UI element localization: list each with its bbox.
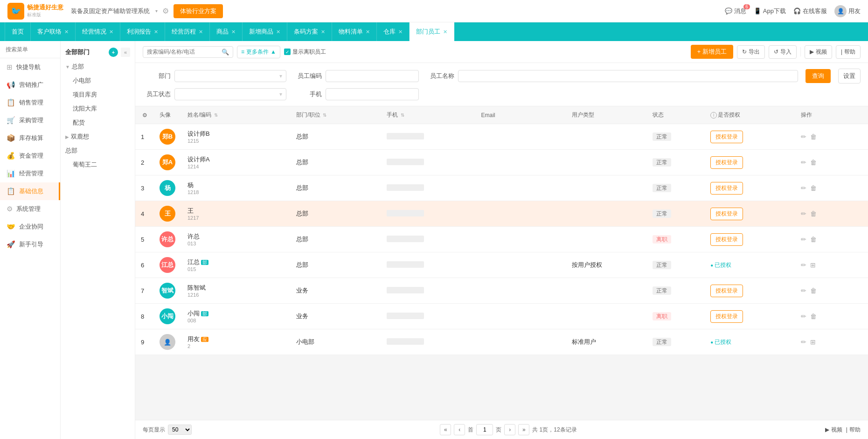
tab-profit[interactable]: 利润报告 ✕ [120, 22, 165, 41]
sidebar-item-operations[interactable]: 📊 经营管理 [0, 165, 60, 182]
info-icon[interactable]: i [710, 112, 717, 118]
tab-warehouse[interactable]: 仓库 ✕ [377, 22, 410, 41]
dept-item-shuanglu[interactable]: ▶ 双鹿想 [61, 130, 135, 144]
sidebar-item-guide[interactable]: 🚀 新手引导 [0, 236, 60, 253]
sidebar-item-purchase[interactable]: 🛒 采购管理 [0, 111, 60, 129]
delete-icon[interactable]: 🗑 [810, 210, 817, 217]
message-button[interactable]: 💬 消息 6 [725, 7, 746, 15]
dept-collapse-icon[interactable]: « [121, 48, 130, 57]
auth-button[interactable]: 授权登录 [710, 310, 743, 323]
settings-icon[interactable]: ⚙ [162, 7, 169, 15]
sidebar-item-inventory[interactable]: 📦 库存核算 [0, 129, 60, 147]
edit-icon[interactable]: ✏ [801, 313, 806, 320]
col-name[interactable]: 姓名/编码 ⇅ [182, 106, 291, 124]
close-icon[interactable]: ✕ [443, 29, 447, 35]
tab-employees[interactable]: 部门员工 ✕ [410, 22, 454, 41]
sidebar-item-marketing[interactable]: 📢 营销推广 [0, 76, 60, 94]
auth-button[interactable]: 授权登录 [710, 208, 743, 220]
auth-button[interactable]: 授权登录 [710, 233, 743, 246]
edit-icon[interactable]: ✏ [801, 133, 806, 140]
close-icon[interactable]: ✕ [199, 29, 203, 35]
app-download-button[interactable]: 📱 App下载 [754, 7, 786, 15]
close-icon[interactable]: ✕ [64, 29, 69, 35]
col-setting[interactable]: ⚙ [135, 106, 154, 124]
edit-icon[interactable]: ✏ [801, 261, 806, 269]
edit-icon[interactable]: ✏ [801, 210, 806, 217]
online-service-button[interactable]: 🎧 在线客服 [793, 7, 827, 15]
trial-button[interactable]: 体验行业方案 [174, 4, 223, 18]
edit-icon[interactable]: ✏ [801, 338, 806, 346]
close-icon[interactable]: ✕ [366, 29, 370, 35]
phone-input[interactable] [326, 88, 419, 100]
page-number-input[interactable] [476, 424, 493, 435]
sidebar-item-system[interactable]: ⚙ 系统管理 [0, 200, 60, 218]
footer-view-button[interactable]: ▶ 视频 [825, 426, 842, 434]
auth-button[interactable]: 授权登录 [710, 131, 743, 143]
per-page-select[interactable]: 50 20 100 [168, 425, 192, 435]
show-resigned-toggle[interactable]: ✓ 显示离职员工 [284, 48, 326, 56]
emp-code-input[interactable] [326, 70, 419, 82]
tab-history[interactable]: 经营历程 ✕ [165, 22, 210, 41]
sidebar-item-finance[interactable]: 💰 资金管理 [0, 147, 60, 165]
delete-icon[interactable]: 🗑 [810, 159, 817, 166]
search-input[interactable] [147, 49, 222, 55]
system-title-chevron[interactable]: ▾ [155, 8, 158, 14]
delete-icon[interactable]: 🗑 [810, 287, 817, 294]
edit-icon[interactable]: ✏ [801, 159, 806, 166]
close-icon[interactable]: ✕ [231, 29, 236, 35]
col-dept[interactable]: 部门/职位 ⇅ [291, 106, 381, 124]
prev-page-button[interactable]: ‹ [454, 424, 465, 435]
tab-home[interactable]: 首页 [5, 22, 31, 41]
delete-icon[interactable]: 🗑 [810, 184, 817, 192]
query-button[interactable]: 查询 [806, 69, 831, 83]
dept-item-zongbu2[interactable]: 总部 [61, 144, 135, 158]
auth-button[interactable]: 授权登录 [710, 156, 743, 169]
tab-add-goods[interactable]: 新增商品 ✕ [243, 22, 287, 41]
add-employee-button[interactable]: + 新增员工 [691, 45, 733, 59]
tab-bom[interactable]: 物料清单 ✕ [332, 22, 377, 41]
dept-item-xiaodian[interactable]: 小电部 [61, 74, 135, 88]
close-icon[interactable]: ✕ [398, 29, 403, 35]
sidebar-item-sales[interactable]: 📋 销售管理 [0, 94, 60, 111]
auth-button[interactable]: 授权登录 [710, 285, 743, 297]
close-icon[interactable]: ✕ [109, 29, 113, 35]
edit-icon[interactable]: ✏ [801, 184, 806, 192]
dept-filter-select[interactable]: ▾ [174, 70, 286, 82]
tab-operations[interactable]: 经营情况 ✕ [76, 22, 120, 41]
delete-icon[interactable]: 🗑 [810, 133, 817, 140]
close-icon[interactable]: ✕ [154, 29, 158, 35]
dept-item-zongbu[interactable]: ▼ 总部 [61, 60, 135, 74]
view-button[interactable]: ▶ 视频 [805, 45, 832, 59]
next-page-button[interactable]: › [504, 424, 515, 435]
help-button[interactable]: | 帮助 [836, 45, 861, 59]
close-icon[interactable]: ✕ [276, 29, 280, 35]
sidebar-search-input[interactable] [6, 46, 61, 53]
footer-help-button[interactable]: | 帮助 [846, 426, 861, 434]
emp-status-select[interactable]: ▾ [174, 88, 286, 100]
dept-item-putiao[interactable]: 葡萄王二 [61, 158, 135, 172]
sidebar-item-basic[interactable]: 📋 基础信息 [0, 182, 60, 200]
tab-goods[interactable]: 商品 ✕ [210, 22, 243, 41]
edit-icon[interactable]: ✏ [801, 236, 806, 243]
delete-icon[interactable]: 🗑 [810, 236, 817, 243]
filter-more-button[interactable]: ≡ 更多条件 ▲ [237, 46, 280, 58]
dept-item-xiangmu[interactable]: 项目库房 [61, 88, 135, 102]
dept-item-shenyang[interactable]: 沈阳大库 [61, 102, 135, 116]
tab-barcode[interactable]: 条码方案 ✕ [287, 22, 332, 41]
last-page-button[interactable]: » [518, 424, 529, 435]
first-page-button[interactable]: « [440, 424, 451, 435]
edit-icon[interactable]: ✏ [801, 287, 806, 294]
emp-name-input[interactable] [458, 70, 798, 82]
delete-icon[interactable]: 🗑 [810, 313, 817, 320]
import-button[interactable]: ↺ 导入 [769, 45, 797, 59]
copy-icon[interactable]: ⊞ [810, 261, 816, 269]
sidebar-item-quick-nav[interactable]: ⊞ 快捷导航 [0, 58, 60, 76]
close-icon[interactable]: ✕ [321, 29, 325, 35]
tab-customer[interactable]: 客户联络 ✕ [31, 22, 76, 41]
col-phone[interactable]: 手机 ⇅ [381, 106, 475, 124]
sidebar-item-collab[interactable]: 🤝 企业协同 [0, 218, 60, 236]
export-button[interactable]: ↻ 导出 [737, 45, 765, 59]
reset-button[interactable]: 设置 [838, 69, 861, 84]
auth-button[interactable]: 授权登录 [710, 182, 743, 195]
copy-icon[interactable]: ⊞ [810, 338, 816, 346]
